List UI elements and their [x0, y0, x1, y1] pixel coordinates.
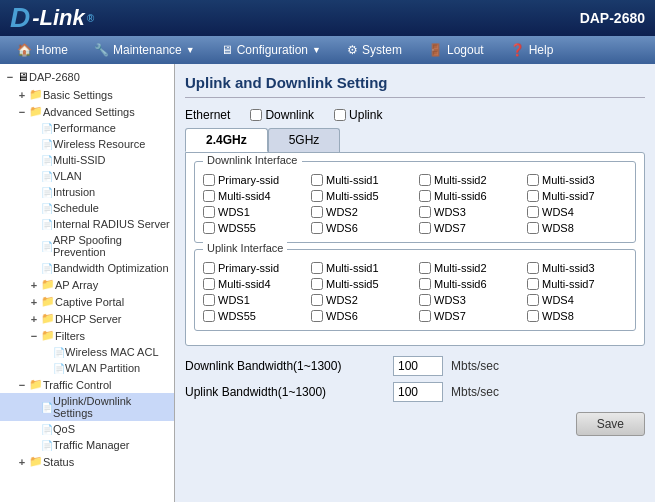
sidebar-item-traffic-manager[interactable]: 📄 Traffic Manager [0, 437, 174, 453]
downlink-wds1-checkbox[interactable] [203, 206, 215, 218]
uplink-multi-ssid5-checkbox[interactable] [311, 278, 323, 290]
uplink-wds2-checkbox[interactable] [311, 294, 323, 306]
sidebar-item-wlan-partition[interactable]: 📄 WLAN Partition [0, 360, 174, 376]
sidebar-item-vlan[interactable]: 📄 VLAN [0, 168, 174, 184]
downlink-wds1[interactable]: WDS1 [203, 206, 303, 218]
uplink-multi-ssid1-checkbox[interactable] [311, 262, 323, 274]
downlink-checkbox[interactable] [250, 109, 262, 121]
uplink-primary-ssid[interactable]: Primary-ssid [203, 262, 303, 274]
uplink-wds6[interactable]: WDS6 [311, 310, 411, 322]
sidebar-item-wireless-mac-acl[interactable]: 📄 Wireless MAC ACL [0, 344, 174, 360]
sidebar-item-qos[interactable]: 📄 QoS [0, 421, 174, 437]
uplink-wds3-checkbox[interactable] [419, 294, 431, 306]
sidebar-item-filters[interactable]: 📁 Filters [0, 327, 174, 344]
downlink-multi-ssid2-checkbox[interactable] [419, 174, 431, 186]
uplink-multi-ssid3-checkbox[interactable] [527, 262, 539, 274]
downlink-wds6-checkbox[interactable] [311, 222, 323, 234]
save-button[interactable]: Save [576, 412, 645, 436]
uplink-wds55-checkbox[interactable] [203, 310, 215, 322]
uplink-multi-ssid7-checkbox[interactable] [527, 278, 539, 290]
sidebar-item-wireless-resource[interactable]: 📄 Wireless Resource [0, 136, 174, 152]
tab-2-4ghz[interactable]: 2.4GHz [185, 128, 268, 152]
sidebar-item-multi-ssid[interactable]: 📄 Multi-SSID [0, 152, 174, 168]
uplink-wds4[interactable]: WDS4 [527, 294, 627, 306]
sidebar-item-dap2680[interactable]: 🖥 DAP-2680 [0, 68, 174, 86]
sidebar-item-schedule[interactable]: 📄 Schedule [0, 200, 174, 216]
downlink-wds2-checkbox[interactable] [311, 206, 323, 218]
downlink-multi-ssid4[interactable]: Multi-ssid4 [203, 190, 303, 202]
uplink-multi-ssid5[interactable]: Multi-ssid5 [311, 278, 411, 290]
downlink-multi-ssid5-checkbox[interactable] [311, 190, 323, 202]
uplink-multi-ssid3[interactable]: Multi-ssid3 [527, 262, 627, 274]
downlink-multi-ssid3-checkbox[interactable] [527, 174, 539, 186]
downlink-multi-ssid1-checkbox[interactable] [311, 174, 323, 186]
downlink-wds7-checkbox[interactable] [419, 222, 431, 234]
uplink-wds7[interactable]: WDS7 [419, 310, 519, 322]
uplink-multi-ssid1[interactable]: Multi-ssid1 [311, 262, 411, 274]
sidebar-item-intrusion[interactable]: 📄 Intrusion [0, 184, 174, 200]
sidebar-item-dhcp-server[interactable]: 📁 DHCP Server [0, 310, 174, 327]
downlink-multi-ssid7-checkbox[interactable] [527, 190, 539, 202]
uplink-multi-ssid4[interactable]: Multi-ssid4 [203, 278, 303, 290]
downlink-wds8-checkbox[interactable] [527, 222, 539, 234]
downlink-wds3-checkbox[interactable] [419, 206, 431, 218]
downlink-bandwidth-input[interactable] [393, 356, 443, 376]
downlink-multi-ssid2[interactable]: Multi-ssid2 [419, 174, 519, 186]
uplink-multi-ssid2-checkbox[interactable] [419, 262, 431, 274]
uplink-multi-ssid6-checkbox[interactable] [419, 278, 431, 290]
uplink-wds7-checkbox[interactable] [419, 310, 431, 322]
uplink-multi-ssid6[interactable]: Multi-ssid6 [419, 278, 519, 290]
sidebar-item-basic-settings[interactable]: 📁 Basic Settings [0, 86, 174, 103]
downlink-wds4[interactable]: WDS4 [527, 206, 627, 218]
downlink-multi-ssid1[interactable]: Multi-ssid1 [311, 174, 411, 186]
sidebar-item-uplink-downlink[interactable]: 📄 Uplink/Downlink Settings [0, 393, 174, 421]
sidebar-item-performance[interactable]: 📄 Performance [0, 120, 174, 136]
downlink-checkbox-label[interactable]: Downlink [250, 108, 314, 122]
uplink-wds3[interactable]: WDS3 [419, 294, 519, 306]
uplink-checkbox-label[interactable]: Uplink [334, 108, 382, 122]
downlink-wds8[interactable]: WDS8 [527, 222, 627, 234]
uplink-multi-ssid7[interactable]: Multi-ssid7 [527, 278, 627, 290]
uplink-wds2[interactable]: WDS2 [311, 294, 411, 306]
nav-home[interactable]: 🏠 Home [5, 39, 80, 61]
downlink-multi-ssid4-checkbox[interactable] [203, 190, 215, 202]
uplink-multi-ssid4-checkbox[interactable] [203, 278, 215, 290]
downlink-wds55[interactable]: WDS55 [203, 222, 303, 234]
downlink-wds6[interactable]: WDS6 [311, 222, 411, 234]
sidebar-item-traffic-control[interactable]: 📁 Traffic Control [0, 376, 174, 393]
downlink-primary-ssid-checkbox[interactable] [203, 174, 215, 186]
uplink-wds6-checkbox[interactable] [311, 310, 323, 322]
uplink-primary-ssid-checkbox[interactable] [203, 262, 215, 274]
sidebar-item-ap-array[interactable]: 📁 AP Array [0, 276, 174, 293]
uplink-bandwidth-input[interactable] [393, 382, 443, 402]
downlink-multi-ssid6[interactable]: Multi-ssid6 [419, 190, 519, 202]
downlink-wds55-checkbox[interactable] [203, 222, 215, 234]
nav-system[interactable]: ⚙ System [335, 39, 414, 61]
sidebar-item-internal-radius[interactable]: 📄 Internal RADIUS Server [0, 216, 174, 232]
nav-help[interactable]: ❓ Help [498, 39, 566, 61]
downlink-multi-ssid5[interactable]: Multi-ssid5 [311, 190, 411, 202]
uplink-wds55[interactable]: WDS55 [203, 310, 303, 322]
tab-5ghz[interactable]: 5GHz [268, 128, 341, 152]
uplink-wds1-checkbox[interactable] [203, 294, 215, 306]
sidebar-item-status[interactable]: 📁 Status [0, 453, 174, 470]
sidebar-item-arp-spoofing[interactable]: 📄 ARP Spoofing Prevention [0, 232, 174, 260]
nav-logout[interactable]: 🚪 Logout [416, 39, 496, 61]
downlink-multi-ssid3[interactable]: Multi-ssid3 [527, 174, 627, 186]
uplink-multi-ssid2[interactable]: Multi-ssid2 [419, 262, 519, 274]
downlink-wds4-checkbox[interactable] [527, 206, 539, 218]
downlink-multi-ssid7[interactable]: Multi-ssid7 [527, 190, 627, 202]
sidebar-item-captive-portal[interactable]: 📁 Captive Portal [0, 293, 174, 310]
nav-maintenance[interactable]: 🔧 Maintenance ▼ [82, 39, 207, 61]
downlink-wds7[interactable]: WDS7 [419, 222, 519, 234]
downlink-wds2[interactable]: WDS2 [311, 206, 411, 218]
downlink-multi-ssid6-checkbox[interactable] [419, 190, 431, 202]
sidebar-item-advanced-settings[interactable]: 📁 Advanced Settings [0, 103, 174, 120]
uplink-wds8[interactable]: WDS8 [527, 310, 627, 322]
downlink-primary-ssid[interactable]: Primary-ssid [203, 174, 303, 186]
uplink-wds4-checkbox[interactable] [527, 294, 539, 306]
uplink-wds1[interactable]: WDS1 [203, 294, 303, 306]
sidebar-item-bandwidth-opt[interactable]: 📄 Bandwidth Optimization [0, 260, 174, 276]
nav-configuration[interactable]: 🖥 Configuration ▼ [209, 39, 333, 61]
uplink-wds8-checkbox[interactable] [527, 310, 539, 322]
